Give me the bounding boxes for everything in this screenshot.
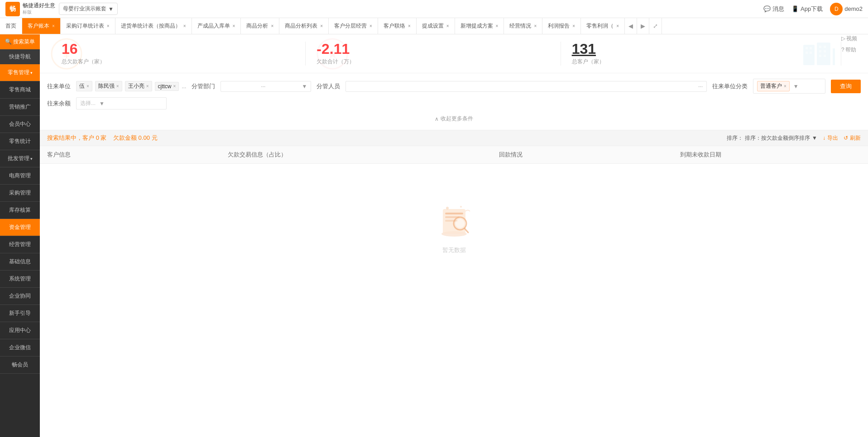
unit-tag-4-remove[interactable]: × <box>173 84 176 89</box>
tab-customer-contact-close[interactable]: × <box>408 24 411 28</box>
category-tags: 普通客户 × <box>757 81 790 91</box>
sidebar-item-marketing-label: 营销推广 <box>9 104 31 110</box>
category-tag-1-remove[interactable]: × <box>784 84 786 89</box>
tab-prev-button[interactable]: ◀ <box>625 18 637 34</box>
sidebar-item-operation-mgmt-label: 经营管理 <box>9 241 31 247</box>
sidebar-item-vip-member[interactable]: 畅会员 <box>0 356 40 374</box>
sidebar-search[interactable]: 🔍 搜索菜单 <box>0 34 40 49</box>
category-select[interactable]: 普通客户 × ▼ <box>753 79 825 94</box>
video-help-button[interactable]: ▷ 视频 <box>841 35 857 43</box>
tab-profit-report-close[interactable]: × <box>572 24 575 28</box>
sidebar-item-finance-mgmt[interactable]: 资金管理 <box>0 219 40 236</box>
sidebar-item-ecommerce[interactable]: 电商管理 <box>0 167 40 185</box>
sidebar-item-purchase-mgmt[interactable]: 采购管理 <box>0 185 40 202</box>
main-layout: 🔍 搜索菜单 快捷导航 零售管理 ▾ 零售商城 营销推广 会员中心 零售统计 批… <box>0 34 868 437</box>
message-button[interactable]: 💬 消息 <box>763 5 784 13</box>
tab-goods-analysis-close[interactable]: × <box>271 24 273 28</box>
tab-next-button[interactable]: ▶ <box>637 18 649 34</box>
unit-tag-2-remove[interactable]: × <box>116 84 119 89</box>
tab-customer-contact[interactable]: 客户联络 × <box>378 18 417 34</box>
svg-rect-14 <box>824 50 826 52</box>
tab-retail-profit-close[interactable]: × <box>616 24 619 28</box>
stat-helpers: ▷ 视频 ? 帮助 <box>841 35 857 54</box>
unit-tag-1: 伍 × <box>76 81 92 91</box>
dept-select[interactable]: ··· ▼ <box>221 81 311 92</box>
sidebar-item-enterprise-collab-label: 企业协同 <box>9 293 31 299</box>
person-select[interactable]: ··· <box>345 81 707 92</box>
amount-unit: 元 <box>152 134 158 141</box>
tab-cost-in-close[interactable]: × <box>233 24 235 28</box>
tab-customer-tier-close[interactable]: × <box>369 24 372 28</box>
results-suffix: 家 <box>101 134 106 141</box>
video-label: 视频 <box>846 35 857 43</box>
sidebar-item-operation-mgmt[interactable]: 经营管理 <box>0 236 40 253</box>
tab-customer-ledger-close[interactable]: × <box>52 24 55 28</box>
tab-retail-profit[interactable]: 零售利润（ × <box>581 18 625 34</box>
tab-raise-settings[interactable]: 提成设置 × <box>417 18 455 34</box>
tab-goods-analysis-list[interactable]: 商品分析列表 × <box>279 18 329 34</box>
sidebar-item-enterprise-wx[interactable]: 企业微信 <box>0 339 40 356</box>
tab-profit-report[interactable]: 利润报告 × <box>542 18 581 34</box>
user-menu[interactable]: D demo2 <box>830 3 863 15</box>
tab-cost-in[interactable]: 产成品入库单 × <box>192 18 241 34</box>
sidebar-item-basic-info[interactable]: 基础信息 <box>0 253 40 271</box>
svg-rect-6 <box>833 48 835 65</box>
unit-tag-3-remove[interactable]: × <box>146 84 149 89</box>
tab-new-raise-plan[interactable]: 新增提成方案 × <box>455 18 504 34</box>
svg-rect-15 <box>819 55 821 57</box>
person-select-dots: ··· <box>698 83 703 90</box>
query-button[interactable]: 查询 <box>831 80 861 93</box>
sidebar-item-retail-mall[interactable]: 零售商城 <box>0 81 40 99</box>
tab-goods-analysis-list-close[interactable]: × <box>320 24 323 28</box>
sidebar-item-retail-mgmt[interactable]: 零售管理 ▾ <box>0 64 40 81</box>
collapse-icon: ∧ <box>435 116 439 122</box>
tab-purchase-order-close[interactable]: × <box>107 24 110 28</box>
logo-icon: 畅 <box>5 2 20 16</box>
tab-purchase-stat[interactable]: 进货单统计表（按商品） × <box>115 18 192 34</box>
sidebar-item-new-guide[interactable]: 新手引导 <box>0 305 40 322</box>
export-button[interactable]: ↓ 导出 <box>823 134 838 142</box>
tab-expand-button[interactable]: ⤢ <box>649 18 662 34</box>
sidebar-item-basic-info-label: 基础信息 <box>9 258 31 265</box>
stat-total-customers-number: 131 <box>572 42 596 56</box>
tab-goods-analysis[interactable]: 商品分析 × <box>241 18 279 34</box>
unit-tag-1-remove[interactable]: × <box>86 84 89 89</box>
svg-rect-11 <box>819 46 821 48</box>
collapse-filters-button[interactable]: ∧ 收起更多条件 <box>47 113 861 124</box>
sidebar-item-system-mgmt-label: 系统管理 <box>9 276 31 282</box>
app-label: App下载 <box>801 5 823 13</box>
col-credit-info: 欠款交易信息（占比） <box>228 151 499 159</box>
sidebar-item-inventory[interactable]: 库存核算 <box>0 202 40 219</box>
svg-point-26 <box>460 206 462 208</box>
unit-label: 往来单位 <box>47 82 71 90</box>
refresh-button[interactable]: ↺ 刷新 <box>844 134 861 142</box>
tab-operation-status-close[interactable]: × <box>534 24 537 28</box>
sidebar-item-system-mgmt[interactable]: 系统管理 <box>0 271 40 288</box>
tab-home[interactable]: 首页 <box>0 18 22 34</box>
help-button[interactable]: ? 帮助 <box>841 46 856 54</box>
sidebar-item-app-center[interactable]: 应用中心 <box>0 322 40 339</box>
tab-raise-settings-close[interactable]: × <box>446 24 449 28</box>
tab-customer-tier[interactable]: 客户分层经营 × <box>329 18 378 34</box>
stats-bar: ¥ 16 总欠款客户（家） ★ -2.11 欠款合计（万） <box>40 34 868 73</box>
results-actions: 排序： 排序：按欠款金额倒序排序 ▼ ↓ 导出 ↺ 刷新 <box>727 134 861 142</box>
app-download-button[interactable]: 📱 App下载 <box>791 5 823 13</box>
tab-profit-report-label: 利润报告 <box>548 22 570 30</box>
tab-purchase-order[interactable]: 采购订单统计表 × <box>61 18 115 34</box>
sidebar-item-membership[interactable]: 会员中心 <box>0 116 40 133</box>
sidebar-item-retail-stats[interactable]: 零售统计 <box>0 133 40 150</box>
sidebar-item-enterprise-collab[interactable]: 企业协同 <box>0 288 40 305</box>
sort-select[interactable]: 排序： 排序：按欠款金额倒序排序 ▼ <box>727 134 817 142</box>
sidebar-item-wholesale-mgmt[interactable]: 批发管理 ▾ <box>0 150 40 167</box>
unit-tag-2: 陈民强 × <box>95 81 122 91</box>
sidebar-quick-nav[interactable]: 快捷导航 <box>0 49 40 64</box>
sidebar-item-marketing[interactable]: 营销推广 <box>0 99 40 116</box>
results-prefix: 搜索结果中，客户 <box>47 134 94 141</box>
remain-select[interactable]: 选择... ▼ <box>76 97 167 109</box>
tab-new-raise-plan-close[interactable]: × <box>496 24 499 28</box>
store-selector[interactable]: 母婴行业演示账套 ▼ <box>59 3 118 15</box>
tab-operation-status[interactable]: 经营情况 × <box>504 18 542 34</box>
tab-purchase-stat-close[interactable]: × <box>183 24 186 28</box>
more-tags-button[interactable]: ... <box>182 83 186 90</box>
tab-customer-ledger[interactable]: 客户账本 × <box>22 18 61 34</box>
